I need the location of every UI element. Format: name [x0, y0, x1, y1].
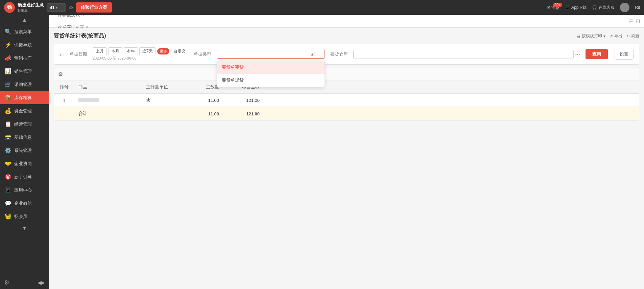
data-table: 序号 商品 主计量单位 主数量 零售金额 1 块 11.00 121	[54, 81, 639, 120]
sidebar-item-wechat[interactable]: 💬 企业微信	[0, 197, 49, 210]
sidebar-settings-icon[interactable]: ⚙	[4, 279, 9, 286]
query-button[interactable]: 查询	[586, 49, 608, 59]
export-button[interactable]: ↗ 导出	[610, 33, 622, 39]
sidebar-icon-guide: 🎯	[5, 174, 11, 180]
type-filter-select[interactable]: ▲	[217, 50, 325, 59]
tab-settings-icon[interactable]: ⚙	[69, 4, 73, 11]
top-bar-left: 畅 畅捷通好生意 标准版 41 ▾ ⚙ 体验行业方案	[4, 2, 112, 13]
sidebar-item-enterprise[interactable]: 🤝 企业协同	[0, 157, 49, 170]
sidebar-icon-quicknav: ⚡	[5, 42, 11, 48]
date-custom-button[interactable]: 自定义	[171, 48, 188, 55]
top-bar: 畅 畅捷通好生意 标准版 41 ▾ ⚙ 体验行业方案 ✉ 消息 99+ 📱 Ap…	[0, 0, 644, 15]
sidebar-items: 🔍 搜索菜单 ⚡ 快捷导航 📣 营销推广 📊 销售管理 🛒 采购管理 📦 库存核…	[0, 25, 49, 223]
sidebar-scroll-down[interactable]: ▼	[0, 223, 49, 233]
sidebar-label-finance: 资金管理	[14, 108, 32, 114]
cell-unit: 块	[142, 94, 183, 107]
dropdown-item-requisition[interactable]: 要货单要货	[217, 61, 325, 74]
col-product: 商品	[74, 81, 142, 94]
sidebar-icon-finance: 💰	[5, 108, 11, 114]
tab-count-selector[interactable]: 41 ▾	[47, 3, 66, 12]
sidebar-icon-marketing: 📣	[5, 55, 11, 61]
warehouse-more-button[interactable]: ···	[575, 51, 580, 58]
date-this-month[interactable]: 本月	[108, 47, 122, 55]
sidebar-label-guide: 新手引导	[14, 174, 32, 180]
sidebar-item-system[interactable]: ⚙️ 系统管理	[0, 144, 49, 157]
date-filter-label: 单据日期	[70, 51, 87, 57]
sidebar-icon-wechat: 💬	[5, 200, 11, 206]
sidebar-label-appcenter: 应用中心	[14, 187, 32, 193]
table-row: 1 块 11.00 121.00	[54, 94, 639, 107]
cell-seq: 1	[54, 94, 74, 107]
page-title: 要货单统计表(按商品)	[54, 32, 106, 40]
sidebar-item-marketing[interactable]: 📣 营销推广	[0, 51, 49, 65]
sidebar-item-sales[interactable]: 📊 销售管理	[0, 65, 49, 78]
tab-maximize-icon[interactable]: ⊡	[636, 18, 640, 24]
tab-label-inventory-batch: 库存批次账	[58, 15, 80, 18]
page-actions: 🖨 按模板打印 ▾ ↗ 导出 ↻ 刷新	[576, 33, 639, 39]
date-last-7-days[interactable]: 近7天	[139, 47, 156, 55]
trial-button[interactable]: 体验行业方案	[76, 2, 112, 13]
sidebar-label-quicknav: 快捷导航	[14, 42, 32, 48]
app-brand: 畅捷通好生意 标准版	[18, 2, 44, 13]
sidebar-icon-basic: 🗃️	[5, 134, 11, 140]
sidebar-label-purchase: 采购管理	[14, 82, 32, 88]
sidebar-icon-sales: 📊	[5, 68, 11, 74]
app-logo: 畅	[4, 2, 15, 13]
sidebar: ▲ 🔍 搜索菜单 ⚡ 快捷导航 📣 营销推广 📊 销售管理 🛒 采购管理 📦 库…	[0, 15, 49, 289]
sidebar-scroll-up[interactable]: ▲	[0, 15, 49, 25]
sidebar-icon-member: 👑	[5, 213, 11, 220]
filter-expand-button[interactable]: ›	[59, 51, 62, 58]
warehouse-input[interactable]	[353, 50, 574, 59]
table-body: 1 块 11.00 121.00	[54, 94, 639, 107]
online-service-button[interactable]: 🎧 在线客服	[592, 5, 615, 10]
date-last-month[interactable]: 上月	[93, 47, 107, 55]
tab-inventory-batch[interactable]: 库存批次账✕	[53, 15, 93, 21]
messages-button[interactable]: ✉ 消息 99+	[547, 5, 559, 10]
sidebar-label-search: 搜索菜单	[14, 29, 32, 35]
main-layout: ▲ 🔍 搜索菜单 ⚡ 快捷导航 📣 营销推广 📊 销售管理 🛒 采购管理 📦 库…	[0, 15, 644, 289]
sidebar-item-search[interactable]: 🔍 搜索菜单	[0, 25, 49, 38]
settings-button[interactable]: 设置	[615, 49, 634, 60]
type-dropdown: 要货单要货要货单退货	[217, 61, 325, 87]
app-download-button[interactable]: 📱 App下载	[565, 5, 587, 10]
cell-qty: 11.00	[183, 94, 223, 107]
sidebar-item-finance[interactable]: 💰 资金管理	[0, 104, 49, 117]
table-column-settings-icon[interactable]: ⚙	[58, 71, 63, 77]
dropdown-items: 要货单要货要货单退货	[217, 61, 325, 87]
refresh-button[interactable]: ↻ 刷新	[626, 33, 639, 39]
sidebar-label-marketing: 营销推广	[14, 55, 32, 61]
sidebar-label-sales: 销售管理	[14, 68, 32, 74]
sidebar-item-operation[interactable]: 📋 经营管理	[0, 117, 49, 131]
date-filter-group: 上月 本月 本年 近7天 更多 自定义 2023-05-06 至 2023-06…	[93, 47, 188, 61]
sidebar-item-purchase[interactable]: 🛒 采购管理	[0, 78, 49, 91]
date-this-year[interactable]: 本年	[124, 47, 138, 55]
sidebar-label-member: 畅会员	[14, 214, 27, 220]
sidebar-label-enterprise: 企业协同	[14, 161, 32, 167]
table-toolbar: ⚙	[54, 68, 639, 81]
sidebar-label-inventory: 库存核算	[14, 95, 32, 101]
sidebar-item-basic[interactable]: 🗃️ 基础信息	[0, 131, 49, 144]
cell-amount: 121.00	[223, 94, 264, 107]
sidebar-item-member[interactable]: 👑 畅会员	[0, 210, 49, 223]
sidebar-icon-operation: 📋	[5, 121, 11, 127]
sidebar-icon-enterprise: 🤝	[5, 160, 11, 167]
sidebar-item-guide[interactable]: 🎯 新手引导	[0, 170, 49, 183]
user-avatar[interactable]	[620, 3, 629, 12]
dropdown-item-return[interactable]: 要货单退货	[217, 74, 325, 87]
type-filter-label: 单据类型	[194, 51, 211, 57]
app-container: 畅 畅捷通好生意 标准版 41 ▾ ⚙ 体验行业方案 ✉ 消息 99+ 📱 Ap…	[0, 0, 644, 289]
tab-bar: 首页库存批次账✕收发存汇总表✕要货单统计表✕ ⊟ ⊡	[49, 15, 644, 28]
date-more-badge[interactable]: 更多	[157, 48, 169, 54]
tab-bar-expand: ⊟ ⊡	[629, 18, 640, 24]
sidebar-collapse-button[interactable]: ◀▶	[38, 280, 45, 285]
sidebar-item-inventory[interactable]: 📦 库存核算	[0, 91, 49, 104]
top-bar-right: ✉ 消息 99+ 📱 App下载 🎧 在线客服 Rit	[547, 3, 640, 12]
summary-row: 合计 11.00 121.00	[54, 107, 639, 120]
sidebar-item-appcenter[interactable]: 📱 应用中心	[0, 183, 49, 197]
print-template-button[interactable]: 🖨 按模板打印 ▾	[576, 33, 605, 39]
table-header-row: 序号 商品 主计量单位 主数量 零售金额	[54, 81, 639, 94]
sidebar-label-operation: 经营管理	[14, 121, 32, 127]
sidebar-item-quicknav[interactable]: ⚡ 快捷导航	[0, 38, 49, 51]
tab-close-inventory-batch[interactable]: ✕	[81, 15, 84, 17]
tab-minimize-icon[interactable]: ⊟	[629, 18, 634, 24]
